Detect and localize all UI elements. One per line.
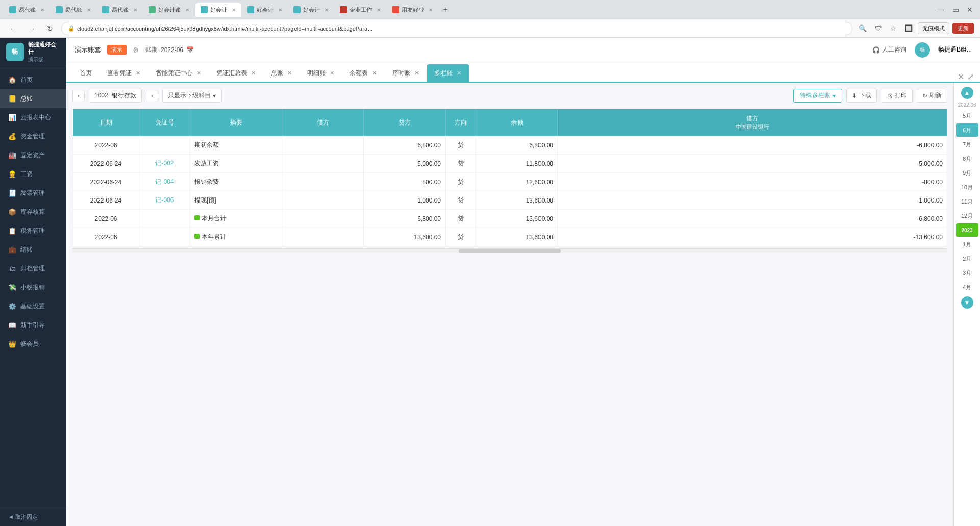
tab-panel-close[interactable]: ✕	[958, 72, 964, 82]
sidebar-item-home[interactable]: 🏠 首页	[0, 70, 66, 89]
sidebar-item-capital[interactable]: 💰 资金管理	[0, 127, 66, 146]
tab-haohuiji-1[interactable]: 好会计账 ✕	[143, 3, 194, 17]
tab-close-active[interactable]: ✕	[232, 7, 236, 13]
tab-haohuiji-3[interactable]: 好会计 ✕	[288, 3, 334, 17]
sub-account-filter[interactable]: 只显示下级科目 ▾	[162, 89, 222, 103]
tab-yidaizhang-2[interactable]: 易代账 ✕	[51, 3, 96, 17]
sidebar-item-payroll[interactable]: 👷 工资	[0, 165, 66, 184]
sidebar-item-close[interactable]: 💼 结账	[0, 240, 66, 259]
tab-close-7[interactable]: ✕	[377, 7, 381, 13]
voucher-link[interactable]: 记-002	[155, 160, 174, 167]
tab-yidaizhang-3[interactable]: 易代账 ✕	[97, 3, 142, 17]
account-prev-button[interactable]: ‹	[72, 90, 85, 102]
ai-consult-button[interactable]: 🎧 人工咨询	[872, 45, 906, 54]
tab-detail-ledger-close[interactable]: ✕	[330, 70, 334, 77]
sidebar-item-guide[interactable]: 📖 新手引导	[0, 316, 66, 335]
wuhen-button[interactable]: 无痕模式	[918, 22, 949, 34]
tab-panel-expand[interactable]: ⤢	[967, 72, 974, 82]
minimize-button[interactable]: ─	[935, 4, 947, 16]
calendar-month-december[interactable]: 12月	[956, 209, 978, 222]
cell-voucher	[139, 228, 190, 246]
tab-close-8[interactable]: ✕	[429, 7, 433, 13]
tab-close-1[interactable]: ✕	[40, 7, 44, 13]
tab-view-voucher[interactable]: 查看凭证 ✕	[100, 64, 148, 82]
sidebar-item-tax[interactable]: 📋 税务管理	[0, 221, 66, 240]
calendar-icon[interactable]: 📅	[186, 46, 194, 54]
star-icon[interactable]: ☆	[887, 22, 899, 35]
tab-qiye[interactable]: 企业工作 ✕	[335, 3, 386, 17]
calendar-month-feb[interactable]: 2月	[956, 252, 978, 265]
unfix-button[interactable]: ◄ 取消固定	[8, 513, 58, 521]
calendar-month-october[interactable]: 10月	[956, 181, 978, 194]
calendar-month-mar[interactable]: 3月	[956, 266, 978, 280]
tab-close-6[interactable]: ✕	[325, 7, 329, 13]
reload-button[interactable]: ↻	[43, 21, 57, 36]
download-button[interactable]: ⬇ 下载	[846, 89, 877, 103]
tab-detail-ledger[interactable]: 明细账 ✕	[300, 64, 341, 82]
cell-extra: -6,800.00	[558, 210, 947, 228]
calendar-month-november[interactable]: 11月	[956, 195, 978, 208]
sidebar-item-expense[interactable]: 💸 小畅报销	[0, 278, 66, 297]
tab-smart-center[interactable]: 智能凭证中心 ✕	[149, 64, 208, 82]
sidebar-item-ledger[interactable]: 📒 总账	[0, 89, 66, 108]
new-tab-button[interactable]: +	[439, 4, 451, 16]
search-icon[interactable]: 🔍	[856, 22, 869, 35]
tab-yidaizhang-1[interactable]: 易代账 ✕	[4, 3, 50, 17]
calendar-down-button[interactable]: ▼	[961, 296, 973, 309]
tab-multi-column-close[interactable]: ✕	[457, 70, 461, 77]
archive-icon: 🗂	[8, 265, 16, 272]
close-window-button[interactable]: ✕	[964, 4, 976, 16]
account-next-button[interactable]: ›	[146, 90, 158, 102]
sidebar-item-settings[interactable]: ⚙️ 基础设置	[0, 297, 66, 316]
forward-button[interactable]: →	[24, 21, 39, 36]
shield-icon[interactable]: 🛡	[872, 22, 884, 35]
calendar-month-june[interactable]: 6月	[956, 123, 978, 137]
horizontal-scrollbar[interactable]	[72, 248, 947, 253]
sidebar-item-assets[interactable]: 🏭 固定资产	[0, 146, 66, 165]
cell-date: 2022-06-24	[73, 155, 139, 173]
calendar-month-apr[interactable]: 4月	[956, 281, 978, 294]
special-multi-column-button[interactable]: 特殊多栏账 ▾	[793, 89, 842, 103]
sidebar-item-inventory[interactable]: 📦 库存核算	[0, 203, 66, 221]
tab-close-5[interactable]: ✕	[278, 7, 282, 13]
tab-general-ledger-close[interactable]: ✕	[287, 70, 292, 77]
tab-smart-center-close[interactable]: ✕	[197, 70, 201, 77]
refresh-button[interactable]: ↻ 刷新	[917, 89, 947, 103]
back-button[interactable]: ←	[6, 21, 20, 36]
tab-voucher-summary-close[interactable]: ✕	[251, 70, 256, 77]
calendar-up-button[interactable]: ▲	[961, 87, 973, 99]
voucher-link[interactable]: 记-006	[155, 196, 174, 204]
extension-icon[interactable]: 🔲	[902, 22, 915, 35]
restore-button[interactable]: ▭	[949, 4, 962, 16]
voucher-link[interactable]: 记-004	[155, 178, 174, 185]
tab-journal-close[interactable]: ✕	[414, 70, 419, 77]
tab-home[interactable]: 首页	[72, 64, 99, 82]
calendar-month-september[interactable]: 9月	[956, 166, 978, 180]
calendar-month-jan[interactable]: 1月	[956, 238, 978, 251]
tab-haohuiji-2[interactable]: 好会计 ✕	[242, 3, 287, 17]
tab-close-4[interactable]: ✕	[185, 7, 189, 13]
sidebar-item-archive[interactable]: 🗂 归档管理	[0, 259, 66, 278]
tab-close-3[interactable]: ✕	[133, 7, 137, 13]
calendar-month-may[interactable]: 5月	[956, 109, 978, 122]
tab-voucher-summary[interactable]: 凭证汇总表 ✕	[209, 64, 263, 82]
tab-close-2[interactable]: ✕	[87, 7, 91, 13]
tab-view-voucher-close[interactable]: ✕	[136, 70, 140, 77]
tab-balance-table[interactable]: 余额表 ✕	[342, 64, 384, 82]
tab-journal[interactable]: 序时账 ✕	[385, 64, 426, 82]
url-bar[interactable]: 🔒 cloud2.chanjet.com/accounting/uh26t264…	[61, 22, 852, 35]
print-button[interactable]: 🖨 打印	[881, 89, 913, 103]
tab-haohuiji-active[interactable]: 好会计 ✕	[195, 3, 241, 17]
tab-balance-table-close[interactable]: ✕	[372, 70, 377, 77]
sidebar-item-member[interactable]: 👑 畅会员	[0, 335, 66, 354]
update-button[interactable]: 更新	[952, 23, 974, 34]
calendar-month-august[interactable]: 8月	[956, 152, 978, 165]
tab-multi-column[interactable]: 多栏账 ✕	[427, 64, 469, 82]
tab-yonyou[interactable]: 用友好业 ✕	[387, 3, 438, 17]
calendar-month-july[interactable]: 7月	[956, 138, 978, 151]
sidebar-item-invoice[interactable]: 🧾 发票管理	[0, 184, 66, 203]
tab-general-ledger[interactable]: 总账 ✕	[264, 64, 299, 82]
settings-gear-icon[interactable]: ⚙	[133, 46, 139, 54]
sidebar-item-reports[interactable]: 📊 云报表中心	[0, 108, 66, 127]
scrollbar-thumb[interactable]	[459, 249, 561, 253]
